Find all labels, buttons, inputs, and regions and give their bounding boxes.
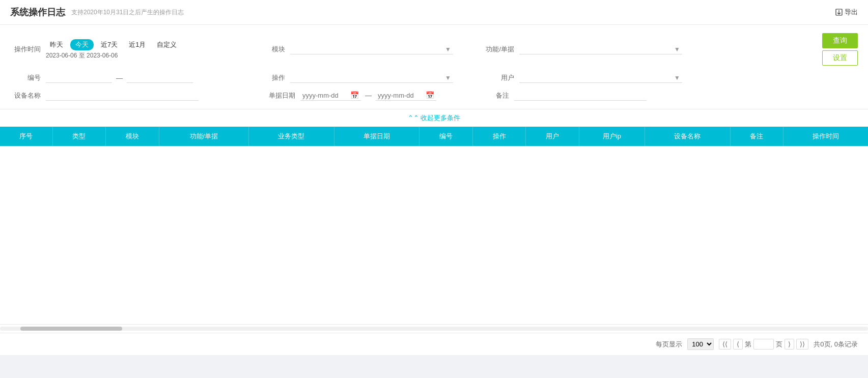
- scroll-track[interactable]: [0, 327, 868, 331]
- page-unit: 页: [776, 340, 782, 349]
- module-chevron-icon: ▼: [445, 46, 451, 53]
- header-row: 序号 类型 模块 功能/单据 业务类型 单据日期 编号 操作 用户 用户ip 设…: [0, 127, 868, 146]
- func-chevron-icon: ▼: [674, 46, 680, 53]
- op-chevron-icon: ▼: [445, 74, 451, 81]
- page-title: 系统操作日志: [10, 6, 65, 18]
- export-button[interactable]: 导出: [835, 8, 858, 17]
- custom-btn[interactable]: 自定义: [153, 39, 181, 50]
- col-biz-type: 业务类型: [249, 127, 334, 146]
- export-label: 导出: [845, 8, 858, 17]
- col-func: 功能/单据: [159, 127, 248, 146]
- device-label: 设备名称: [10, 91, 46, 100]
- remark-input[interactable]: [514, 91, 647, 101]
- scroll-thumb[interactable]: [20, 327, 122, 331]
- user-chevron-icon: ▼: [674, 74, 680, 81]
- op-label: 操作: [255, 73, 290, 82]
- action-buttons: 查询 设置: [822, 33, 858, 66]
- collapse-icon: ⌃⌃: [408, 114, 421, 122]
- user-select[interactable]: ▼: [519, 73, 682, 83]
- page-label: 第: [745, 340, 751, 349]
- page-header: 系统操作日志 支持2020年10月31日之后产生的操作日志 导出: [0, 0, 868, 25]
- total-text: 共0页, 0条记录: [814, 340, 858, 349]
- filter-area: 操作时间 昨天 今天 近7天 近1月 自定义 2023-06-06 至 2023…: [0, 25, 868, 109]
- col-voucher-date: 单据日期: [334, 127, 419, 146]
- user-filter: 用户 ▼: [473, 73, 682, 83]
- col-user: 用户: [526, 127, 579, 146]
- date-separator: —: [365, 92, 372, 99]
- collapse-label: 收起更多条件: [421, 114, 460, 122]
- date-range-text: 2023-06-06 至 2023-06-06: [46, 51, 181, 60]
- num-input-end[interactable]: [127, 73, 193, 83]
- table-container: 序号 类型 模块 功能/单据 业务类型 单据日期 编号 操作 用户 用户ip 设…: [0, 127, 868, 324]
- filter-row-3: 设备名称 单据日期 📅 — 📅 备注: [10, 90, 858, 101]
- module-filter: 模块 ▼: [255, 45, 453, 54]
- first-page-btn[interactable]: ⟨⟨: [719, 339, 731, 350]
- calendar-start-icon[interactable]: 📅: [350, 91, 359, 99]
- export-icon: [835, 9, 843, 16]
- scrollbar-area: [0, 324, 868, 333]
- today-btn[interactable]: 今天: [70, 39, 94, 50]
- time-options: 昨天 今天 近7天 近1月 自定义 2023-06-06 至 2023-06-0…: [46, 39, 181, 60]
- last7-btn[interactable]: 近7天: [97, 39, 122, 50]
- device-input[interactable]: [46, 91, 199, 101]
- col-remark: 备注: [730, 127, 783, 146]
- remark-label: 备注: [468, 91, 514, 100]
- time-filter: 操作时间 昨天 今天 近7天 近1月 自定义 2023-06-06 至 2023…: [10, 39, 234, 60]
- op-filter: 操作 ▼: [255, 73, 453, 83]
- filter-row-2: 编号 — 操作 ▼ 用户 ▼: [10, 73, 858, 83]
- user-label: 用户: [473, 73, 519, 82]
- num-label: 编号: [10, 73, 46, 82]
- col-module: 模块: [106, 127, 159, 146]
- voucher-date-filter: 单据日期 📅 — 📅: [255, 90, 448, 101]
- calendar-end-icon[interactable]: 📅: [426, 91, 434, 99]
- page-size-select[interactable]: 100 50 200: [687, 338, 714, 350]
- col-type: 类型: [52, 127, 105, 146]
- date-start-input[interactable]: [302, 92, 348, 99]
- page-input[interactable]: 1: [753, 339, 774, 350]
- module-select[interactable]: ▼: [290, 45, 453, 54]
- time-buttons: 昨天 今天 近7天 近1月 自定义: [46, 39, 181, 50]
- func-filter: 功能/单据 ▼: [473, 45, 682, 54]
- col-seq: 序号: [0, 127, 52, 146]
- op-select[interactable]: ▼: [290, 73, 453, 83]
- device-filter: 设备名称: [10, 91, 234, 101]
- col-op-time: 操作时间: [783, 127, 868, 146]
- col-op: 操作: [472, 127, 525, 146]
- date-start-wrapper: 📅: [300, 90, 361, 101]
- voucher-date-label: 单据日期: [255, 91, 300, 100]
- empty-area: [0, 146, 868, 324]
- num-input-start[interactable]: [46, 73, 112, 83]
- col-device: 设备名称: [645, 127, 730, 146]
- page-subtitle: 支持2020年10月31日之后产生的操作日志: [71, 8, 184, 17]
- table-header: 序号 类型 模块 功能/单据 业务类型 单据日期 编号 操作 用户 用户ip 设…: [0, 127, 868, 146]
- prev-page-btn[interactable]: ⟨: [733, 339, 743, 350]
- remark-filter: 备注: [468, 91, 672, 101]
- func-label: 功能/单据: [473, 45, 519, 54]
- query-button[interactable]: 查询: [822, 33, 858, 48]
- pagination-bar: 每页显示 100 50 200 ⟨⟨ ⟨ 第 1 页 ⟩ ⟩⟩ 共0页, 0条记…: [0, 333, 868, 355]
- time-label: 操作时间: [10, 45, 46, 54]
- collapse-bar[interactable]: ⌃⌃ 收起更多条件: [0, 109, 868, 127]
- date-end-wrapper: 📅: [376, 90, 436, 101]
- last1m-btn[interactable]: 近1月: [125, 39, 150, 50]
- col-num: 编号: [419, 127, 472, 146]
- col-user-ip: 用户ip: [579, 127, 645, 146]
- last-page-btn[interactable]: ⟩⟩: [796, 339, 808, 350]
- func-select[interactable]: ▼: [519, 45, 682, 54]
- next-page-btn[interactable]: ⟩: [785, 339, 794, 350]
- date-end-input[interactable]: [378, 92, 424, 99]
- filter-row-1: 操作时间 昨天 今天 近7天 近1月 自定义 2023-06-06 至 2023…: [10, 33, 858, 66]
- pagination-nav: ⟨⟨ ⟨ 第 1 页 ⟩ ⟩⟩: [719, 339, 808, 350]
- num-filter: 编号 —: [10, 73, 234, 83]
- title-area: 系统操作日志 支持2020年10月31日之后产生的操作日志: [10, 6, 184, 18]
- per-page-label: 每页显示: [656, 340, 682, 349]
- data-table: 序号 类型 模块 功能/单据 业务类型 单据日期 编号 操作 用户 用户ip 设…: [0, 127, 868, 146]
- settings-button[interactable]: 设置: [822, 50, 858, 66]
- yesterday-btn[interactable]: 昨天: [46, 39, 67, 50]
- num-separator: —: [116, 74, 123, 82]
- module-label: 模块: [255, 45, 290, 54]
